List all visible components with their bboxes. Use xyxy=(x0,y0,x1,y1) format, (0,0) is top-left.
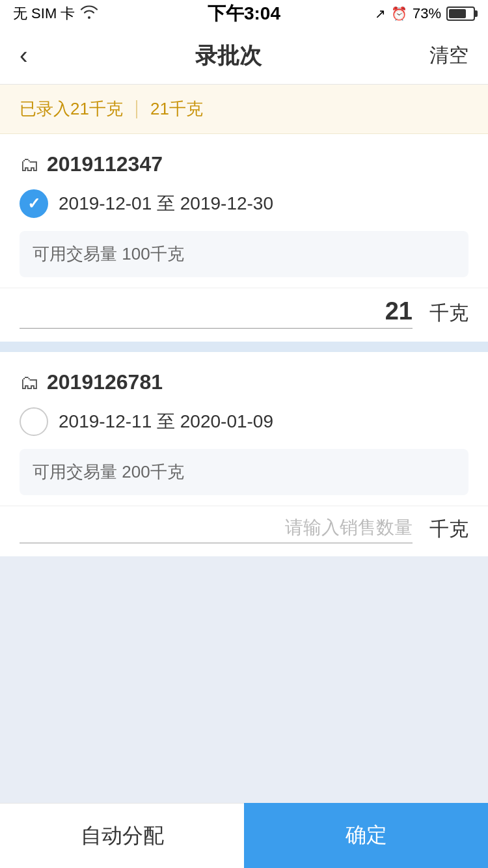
batch-date-2: 2019-12-11 至 2020-01-09 xyxy=(59,409,273,434)
confirm-button[interactable]: 确定 xyxy=(244,803,488,868)
battery-percent: 73% xyxy=(413,5,441,22)
batch-available-1: 可用交易量 100千克 xyxy=(20,231,468,277)
batch-header-1: 🗂 2019112347 xyxy=(0,134,488,183)
quantity-input-area-2[interactable]: 请输入销售数量 xyxy=(20,515,413,543)
quantity-unit-2: 千克 xyxy=(429,516,468,543)
info-banner: 已录入21千克 21千克 xyxy=(0,85,488,134)
auto-distribute-button[interactable]: 自动分配 xyxy=(0,803,244,868)
nav-bar: ‹ 录批次 清空 xyxy=(0,27,488,85)
batch-id-1: 2019112347 xyxy=(47,152,163,176)
status-left: 无 SIM 卡 xyxy=(13,4,98,23)
batch-date-row-2[interactable]: 2019-12-11 至 2020-01-09 xyxy=(0,401,488,442)
recorded-label: 已录入21千克 xyxy=(20,98,123,120)
batch-card-1: 🗂 2019112347 ✓ 2019-12-01 至 2019-12-30 可… xyxy=(0,134,488,342)
quantity-row-1: 21 千克 xyxy=(0,288,488,342)
time-display: 下午3:04 xyxy=(208,1,280,26)
status-right: ↗ ⏰ 73% xyxy=(375,5,475,22)
clear-button[interactable]: 清空 xyxy=(429,42,468,69)
quantity-underline-1: 21 xyxy=(20,297,413,329)
carrier-label: 无 SIM 卡 xyxy=(13,4,75,23)
radio-button-1[interactable]: ✓ xyxy=(20,189,48,218)
status-bar: 无 SIM 卡 下午3:04 ↗ ⏰ 73% xyxy=(0,0,488,27)
footer-bar: 自动分配 确定 xyxy=(0,803,488,868)
doc-icon-2: 🗂 xyxy=(20,372,39,394)
quantity-value-1: 21 xyxy=(360,297,413,325)
batch-card-2: 🗂 2019126781 2019-12-11 至 2020-01-09 可用交… xyxy=(0,352,488,556)
banner-divider xyxy=(136,100,137,118)
battery-icon xyxy=(446,7,475,21)
batch-available-2: 可用交易量 200千克 xyxy=(20,449,468,495)
quantity-unit-1: 千克 xyxy=(429,300,468,327)
quantity-row-2[interactable]: 请输入销售数量 千克 xyxy=(0,506,488,556)
location-icon: ↗ xyxy=(375,6,386,21)
batch-date-row-1[interactable]: ✓ 2019-12-01 至 2019-12-30 xyxy=(0,183,488,224)
quantity-placeholder-2: 请输入销售数量 xyxy=(20,515,413,540)
back-button[interactable]: ‹ xyxy=(20,42,28,70)
check-icon-1: ✓ xyxy=(27,195,40,213)
empty-area xyxy=(0,556,488,830)
radio-button-2[interactable] xyxy=(20,407,48,436)
alarm-icon: ⏰ xyxy=(391,6,407,21)
batch-header-2: 🗂 2019126781 xyxy=(0,352,488,401)
total-label: 21千克 xyxy=(150,98,203,120)
section-divider xyxy=(0,342,488,352)
batch-id-2: 2019126781 xyxy=(47,370,163,394)
page-title: 录批次 xyxy=(195,41,262,71)
wifi-icon xyxy=(80,5,98,23)
doc-icon-1: 🗂 xyxy=(20,154,39,176)
batch-date-1: 2019-12-01 至 2019-12-30 xyxy=(59,191,273,216)
